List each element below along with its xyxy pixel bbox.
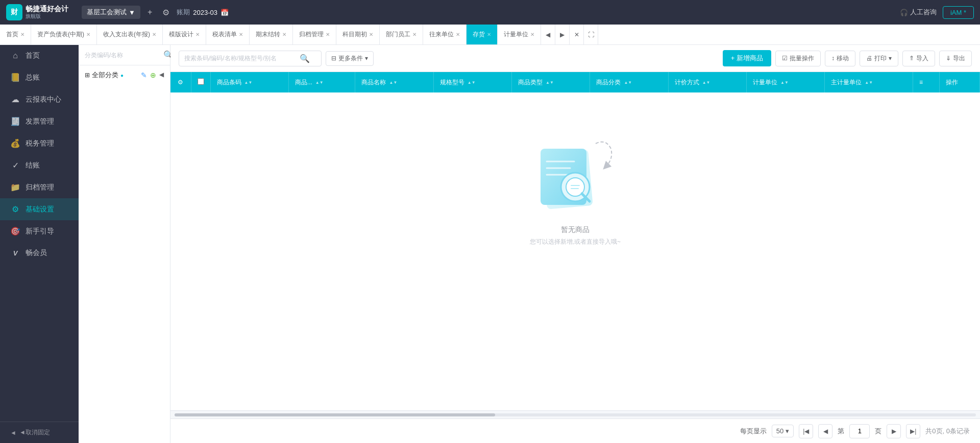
company-name: 基层工会测试 (87, 8, 127, 17)
more-filter-button[interactable]: ⊟ 更多条件 ▾ (326, 51, 374, 66)
export-button[interactable]: ⇓ 导出 (939, 51, 972, 66)
tab-archive-label: 归档管理 (299, 30, 324, 39)
col-checkbox[interactable] (191, 72, 210, 92)
col-action: 操作 (939, 72, 979, 92)
sidebar-item-settlement[interactable]: ✓ 结账 (0, 154, 79, 176)
tab-dept-close[interactable]: ✕ (412, 32, 416, 37)
tab-balance-close[interactable]: ✕ (86, 32, 90, 37)
batch-operation-button[interactable]: ☑ 批量操作 (775, 51, 821, 66)
sidebar-item-guide[interactable]: 🎯 新手引导 (0, 220, 79, 242)
tab-income[interactable]: 收入支出表(年报) ✕ (97, 25, 163, 45)
col-code[interactable]: 商品... ▲▼ (288, 72, 355, 92)
tab-close-all-btn[interactable]: ✕ (570, 25, 584, 45)
col-main-unit[interactable]: 主计量单位 ▲▼ (825, 72, 913, 92)
next-page-button[interactable]: ▶ (887, 424, 901, 438)
empty-title: 暂无商品 (561, 225, 590, 235)
prev-page-button[interactable]: ◀ (818, 424, 832, 438)
col-type[interactable]: 商品类型 ▲▼ (512, 72, 590, 92)
col-spec[interactable]: 规格型号 ▲▼ (433, 72, 511, 92)
tab-dept[interactable]: 部门员工 ✕ (380, 25, 423, 45)
sidebar-settings-label: 基础设置 (26, 205, 54, 214)
col-unit[interactable]: 计量单位 ▲▼ (746, 72, 824, 92)
tab-template-close[interactable]: ✕ (195, 32, 200, 37)
tab-income-close[interactable]: ✕ (152, 32, 156, 37)
scroll-thumb[interactable] (175, 413, 495, 416)
page-number-input[interactable] (849, 424, 870, 438)
tab-home[interactable]: 首页 ✕ (0, 25, 31, 45)
col-settings[interactable]: ⚙ (170, 72, 191, 92)
home-icon: ⌂ (10, 51, 20, 60)
sidebar-pin-toggle[interactable]: ◄ ◄取消固定 (0, 422, 79, 443)
import-button[interactable]: ⇑ 导入 (902, 51, 935, 66)
support-button[interactable]: 🎧 人工咨询 (900, 8, 937, 17)
calendar-icon[interactable]: 📅 (220, 9, 229, 16)
tab-expand-btn[interactable]: ⛶ (584, 25, 598, 45)
first-page-button[interactable]: |◀ (799, 424, 813, 438)
empty-desc: 您可以选择新增,或者直接导入哦~ (530, 238, 621, 246)
tab-balance[interactable]: 资产负债表(中期) ✕ (31, 25, 97, 45)
category-header[interactable]: ⊞ 全部分类 ● ✎ ⊕ ◀ (79, 65, 170, 85)
sidebar-item-ledger[interactable]: 📒 总账 (0, 66, 79, 88)
pin-label: ◄取消固定 (19, 428, 50, 437)
tab-template[interactable]: 模版设计 ✕ (163, 25, 206, 45)
tab-carry-close[interactable]: ✕ (282, 32, 286, 37)
tab-archive-close[interactable]: ✕ (326, 32, 330, 37)
category-search-input[interactable] (85, 52, 161, 59)
tab-subject-close[interactable]: ✕ (369, 32, 373, 37)
horizontal-scrollbar[interactable] (170, 410, 980, 418)
tab-unit[interactable]: 计量单位 ✕ (498, 25, 541, 45)
settings-nav-icon: ⚙ (10, 204, 20, 214)
category-collapse-icon[interactable]: ◀ (159, 71, 164, 79)
category-edit-icon[interactable]: ✎ (141, 71, 147, 79)
last-page-button[interactable]: ▶| (906, 424, 920, 438)
tab-home-close[interactable]: ✕ (20, 32, 24, 37)
sidebar-item-member[interactable]: V 畅会员 (0, 242, 79, 264)
tab-prev-btn[interactable]: ◀ (541, 25, 555, 45)
sidebar-item-home[interactable]: ⌂ 首页 (0, 45, 79, 66)
sidebar: ⌂ 首页 📒 总账 ☁ 云报表中心 🧾 发票管理 💰 税务管理 ✓ 结账 📁 归… (0, 45, 79, 443)
tab-inventory-label: 存货 (473, 30, 485, 39)
col-category[interactable]: 商品分类 ▲▼ (590, 72, 668, 92)
reports-icon: ☁ (10, 95, 20, 104)
category-add-icon[interactable]: ⊕ (150, 71, 156, 79)
sidebar-item-invoice[interactable]: 🧾 发票管理 (0, 110, 79, 132)
print-label: 打印 (874, 54, 887, 63)
content-area: 🔍 ⊞ 全部分类 ● ✎ ⊕ ◀ (79, 45, 980, 443)
tab-inventory-close[interactable]: ✕ (487, 32, 491, 37)
product-search-input[interactable] (184, 55, 297, 62)
tab-next-btn[interactable]: ▶ (555, 25, 570, 45)
col-barcode[interactable]: 商品条码 ▲▼ (210, 72, 288, 92)
add-product-button[interactable]: + 新增商品 (723, 50, 771, 66)
col-price-type[interactable]: 计价方式 ▲▼ (668, 72, 746, 92)
search-icon[interactable]: 🔍 (300, 54, 310, 63)
filter-icon: ⊟ (331, 55, 336, 62)
company-selector[interactable]: 基层工会测试 ▼ (82, 6, 140, 19)
tab-contact[interactable]: 往来单位 ✕ (423, 25, 467, 45)
add-icon[interactable]: + (144, 6, 155, 19)
tab-tax[interactable]: 税表清单 ✕ (206, 25, 250, 45)
settlement-icon: ✓ (10, 160, 20, 170)
sidebar-item-tax[interactable]: 💰 税务管理 (0, 132, 79, 154)
select-all-checkbox[interactable] (198, 78, 204, 85)
sidebar-item-settings[interactable]: ⚙ 基础设置 (0, 198, 79, 220)
tab-tax-close[interactable]: ✕ (239, 32, 243, 37)
settings-icon[interactable]: ⚙ (159, 6, 173, 19)
pagination-bar: 每页显示 50 ▾ |◀ ◀ 第 页 ▶ ▶| 共0页, 0条记录 (170, 418, 980, 443)
tab-carry[interactable]: 期末结转 ✕ (250, 25, 293, 45)
tab-subject[interactable]: 科目期初 ✕ (336, 25, 380, 45)
col-name[interactable]: 商品名称 ▲▼ (355, 72, 433, 92)
move-button[interactable]: ↕ 移动 (825, 51, 855, 66)
scroll-track[interactable] (175, 413, 976, 416)
tab-inventory[interactable]: 存货 ✕ (467, 25, 498, 45)
tab-archive[interactable]: 归档管理 ✕ (293, 25, 336, 45)
per-page-select[interactable]: 50 ▾ (772, 425, 794, 437)
print-button[interactable]: 🖨 打印 ▾ (860, 51, 898, 66)
col-more[interactable]: ≡ (913, 72, 939, 92)
tab-contact-close[interactable]: ✕ (456, 32, 460, 37)
sidebar-item-reports[interactable]: ☁ 云报表中心 (0, 88, 79, 110)
tab-unit-close[interactable]: ✕ (530, 32, 534, 37)
account-button[interactable]: iAM * (943, 6, 974, 19)
filter-arrow-icon: ▾ (365, 55, 368, 62)
sidebar-item-archive[interactable]: 📁 归档管理 (0, 176, 79, 198)
barcode-sort-icon: ▲▼ (244, 80, 253, 85)
